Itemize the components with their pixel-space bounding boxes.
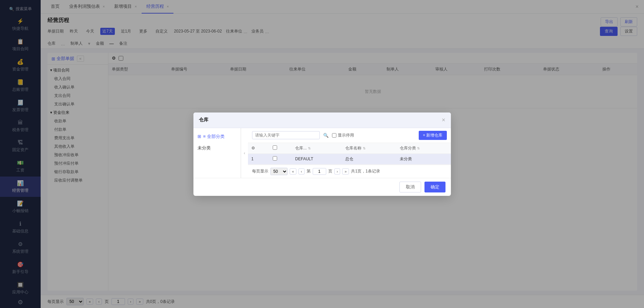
modal-select-all[interactable] (273, 145, 277, 150)
grid2-icon: ⊞ (198, 134, 201, 139)
modal-sidebar-collapse[interactable]: ‹ (241, 128, 248, 178)
sort-code-icon[interactable]: ⇅ (308, 146, 311, 150)
modal-body: ⊞ ≡ 全部分类 未分类 ‹ 🔍 显示停用 + 新增仓库 (193, 128, 451, 178)
sort-category-icon[interactable]: ⇅ (417, 146, 420, 150)
modal-page-unit: 页 (328, 168, 332, 174)
modal-main: 🔍 显示停用 + 新增仓库 ⚙ (248, 128, 451, 178)
modal-col-checkbox (269, 143, 292, 154)
table-row[interactable]: 1 DEFAULT 总仓 未分类 (248, 153, 451, 164)
row-code: DEFAULT (292, 153, 342, 164)
show-disabled-label[interactable]: 显示停用 (332, 132, 354, 138)
modal-actions: 取消 确定 (193, 178, 451, 196)
modal-sidebar-all[interactable]: ⊞ ≡ 全部分类 (193, 131, 241, 142)
modal-per-page-select[interactable]: 50 100 (270, 168, 288, 175)
modal-col-code: 仓库... ⇅ (292, 143, 342, 154)
show-disabled-checkbox[interactable] (332, 133, 336, 138)
modal-sidebar: ⊞ ≡ 全部分类 未分类 (193, 128, 241, 178)
modal-prev-page[interactable]: ‹ (298, 168, 305, 174)
modal-col-category: 仓库分类 ⇅ (396, 143, 451, 154)
row-name: 总仓 (342, 153, 396, 164)
modal-total-info: 共1页，1条记录 (351, 168, 380, 174)
modal-per-page-label: 每页显示 (252, 168, 268, 174)
modal-page-label: 第 (307, 168, 311, 174)
modal-next-page[interactable]: › (334, 168, 340, 174)
row-checkbox[interactable] (269, 153, 292, 164)
modal-close-button[interactable]: × (442, 117, 445, 124)
modal-header: 仓库 × (193, 112, 451, 128)
modal-sidebar-uncategorized[interactable]: 未分类 (193, 142, 241, 154)
cancel-button[interactable]: 取消 (399, 182, 421, 192)
modal-col-name: 仓库名称 ⇅ (342, 143, 396, 154)
row-category: 未分类 (396, 153, 451, 164)
sort-name-icon[interactable]: ⇅ (363, 146, 366, 150)
modal-last-page[interactable]: » (342, 168, 349, 174)
modal-table-container: ⚙ 仓库... ⇅ 仓库名称 ⇅ (248, 143, 451, 165)
modal-pagination: 每页显示 50 100 « ‹ 第 页 › » 共1页，1条记录 (248, 165, 451, 178)
warehouse-modal: 仓库 × ⊞ ≡ 全部分类 未分类 ‹ 🔍 (193, 112, 451, 196)
modal-table: ⚙ 仓库... ⇅ 仓库名称 ⇅ (248, 143, 451, 165)
modal-toolbar: 🔍 显示停用 + 新增仓库 (248, 128, 451, 143)
modal-overlay: 仓库 × ⊞ ≡ 全部分类 未分类 ‹ 🔍 (0, 0, 644, 308)
modal-first-page[interactable]: « (290, 168, 296, 174)
row-num: 1 (248, 153, 269, 164)
modal-title: 仓库 (199, 117, 208, 123)
modal-page-input[interactable] (313, 168, 326, 175)
modal-search-icon[interactable]: 🔍 (323, 133, 329, 138)
confirm-button[interactable]: 确定 (424, 182, 445, 192)
modal-col-settings[interactable]: ⚙ (248, 143, 269, 154)
add-warehouse-button[interactable]: + 新增仓库 (419, 131, 446, 140)
modal-search-input[interactable] (252, 131, 320, 139)
